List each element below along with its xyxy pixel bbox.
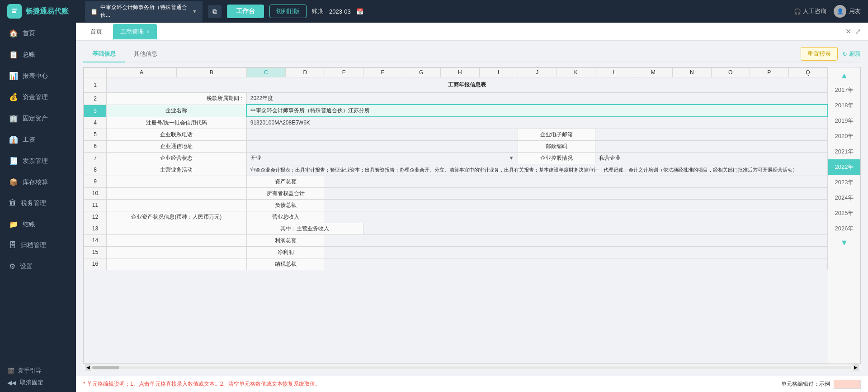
sidebar-item-invoice[interactable]: 🧾 发票管理 <box>0 150 76 172</box>
scroll-right-icon[interactable]: ▶ <box>853 364 859 371</box>
cell-ownership-value[interactable]: 私营企业 <box>595 152 828 164</box>
window-expand-button[interactable]: ⤢ <box>855 27 861 36</box>
page-inner: 基础信息 其他信息 重置报表 ↻ 刷新 <box>76 41 868 376</box>
headset-icon: 🎧 <box>794 8 801 15</box>
cell-total-revenue-value[interactable] <box>325 211 827 223</box>
cell-total-revenue-label: 营业总收入 <box>246 211 325 223</box>
cell-total-tax-label: 纳税总额 <box>246 258 325 270</box>
tab-close-icon[interactable]: × <box>146 29 150 35</box>
cell-company-value[interactable]: 中审众环会计师事务所（特殊普通合伙）江苏分所 <box>246 105 827 117</box>
scroll-left-icon[interactable]: ◀ <box>85 364 91 371</box>
sidebar-item-home[interactable]: 🏠 首页 <box>0 23 76 44</box>
sidebar-item-tax[interactable]: 🏛 税务管理 <box>0 193 76 214</box>
cell-main-rev-group <box>107 223 247 234</box>
workbench-button[interactable]: 工作台 <box>227 5 264 18</box>
user-info[interactable]: 👤 用友 <box>834 5 861 18</box>
support-label: 人工咨询 <box>803 7 826 15</box>
year-item-2021[interactable]: 2021年 <box>828 144 860 159</box>
table-row: 13 其中：主营业务收入 <box>84 223 828 234</box>
cell-email-value[interactable] <box>595 129 828 140</box>
sheet-title-cell[interactable]: 工商年报信息表 <box>107 77 828 93</box>
row-num-9: 9 <box>84 176 107 187</box>
sheet-table: A B C D E F G H I J K L <box>84 67 828 270</box>
refresh-button[interactable]: ↻ 刷新 <box>842 47 861 61</box>
cell-regcode-value[interactable]: 91320100MA208E5W6K <box>246 117 827 129</box>
cell-total-assets-label: 资产总额 <box>246 176 325 187</box>
col-C: C <box>246 68 285 77</box>
sidebar-label-archive: 归档管理 <box>21 241 46 249</box>
year-item-2018[interactable]: 2018年 <box>828 98 860 113</box>
col-K: K <box>557 68 595 77</box>
cell-total-profit-value[interactable] <box>325 234 827 246</box>
sidebar-item-ledger[interactable]: 📋 总账 <box>0 44 76 65</box>
guide-label: 新手引导 <box>18 367 42 375</box>
sheet-container: A B C D E F G H I J K L <box>83 67 861 364</box>
scroll-thumb[interactable] <box>92 366 119 369</box>
sidebar-item-unpin[interactable]: ◀◀ 取消固定 <box>7 378 69 387</box>
cell-phone-value[interactable] <box>246 129 518 140</box>
cell-phone-label: 企业联系电话 <box>107 129 247 140</box>
year-item-2017[interactable]: 2017年 <box>828 82 860 98</box>
year-item-2026[interactable]: 2026年 <box>828 221 860 236</box>
cell-profit-group <box>107 234 247 246</box>
sidebar-label-home: 首页 <box>23 29 35 38</box>
year-item-2023[interactable]: 2023年 <box>828 175 860 190</box>
sub-tab-other[interactable]: 其他信息 <box>125 46 166 62</box>
sidebar-item-guide[interactable]: 🎬 新手引导 <box>7 367 69 375</box>
year-panel-down[interactable]: ▼ <box>828 236 860 249</box>
cell-biz-status-value[interactable]: 开业 ▼ <box>246 152 518 164</box>
refresh-icon: ↻ <box>842 51 847 57</box>
old-version-button[interactable]: 切到旧版 <box>269 5 307 18</box>
finance-icon: 💰 <box>9 93 18 101</box>
year-item-2019[interactable]: 2019年 <box>828 113 860 129</box>
cell-main-rev-label: 其中：主营业务收入 <box>246 223 363 234</box>
sub-tabs-actions: 重置报表 ↻ 刷新 <box>801 47 861 61</box>
col-Q: Q <box>788 68 827 77</box>
cell-net-profit-label: 净利润 <box>246 246 325 258</box>
cell-net-profit-value[interactable] <box>325 246 827 258</box>
sidebar-item-settlement[interactable]: 📁 结账 <box>0 214 76 235</box>
sidebar-item-inventory[interactable]: 📦 库存核算 <box>0 172 76 193</box>
sidebar-item-salary[interactable]: 👔 工资 <box>0 129 76 150</box>
cell-main-rev-value[interactable] <box>363 223 828 234</box>
tab-home[interactable]: 首页 <box>83 24 109 39</box>
year-item-2022[interactable]: 2022年 <box>828 159 860 175</box>
sub-tab-basic[interactable]: 基础信息 <box>83 46 125 62</box>
year-panel-up[interactable]: ▲ <box>828 69 860 82</box>
year-item-2020[interactable]: 2020年 <box>828 129 860 144</box>
cell-postcode-value[interactable] <box>595 140 828 152</box>
col-M: M <box>634 68 673 77</box>
cell-period-value[interactable]: 2022年度 <box>246 93 827 105</box>
sidebar-item-settings[interactable]: ⚙ 设置 <box>0 256 76 277</box>
reset-report-button[interactable]: 重置报表 <box>801 47 838 61</box>
cell-total-equity-value[interactable] <box>325 187 827 199</box>
tab-active[interactable]: 工商管理 × <box>113 24 157 39</box>
sidebar-item-archive[interactable]: 🗄 归档管理 <box>0 235 76 256</box>
sidebar-item-reports[interactable]: 📊 报表中心 <box>0 65 76 86</box>
copy-icon-btn[interactable]: ⧉ <box>208 5 222 18</box>
year-item-2025[interactable]: 2025年 <box>828 206 860 221</box>
cell-total-assets-value[interactable] <box>325 176 827 187</box>
company-selector[interactable]: 📋 中审众环会计师事务所（特殊普通合伙... ▼ <box>85 1 203 22</box>
year-item-2024[interactable]: 2024年 <box>828 190 860 206</box>
cell-address-value[interactable] <box>246 140 518 152</box>
table-scroll-area[interactable]: A B C D E F G H I J K L <box>84 67 828 363</box>
row-num-2: 2 <box>84 93 107 105</box>
horizontal-scrollbar[interactable]: ◀ ▶ <box>83 364 861 370</box>
cell-period-label: 税款所属期间： <box>107 93 247 105</box>
cell-edit-note: * 单元格编辑说明：1、点击单元格直接录入数值或文本。2、清空单元格数值或文本恢… <box>83 380 321 388</box>
sub-tabs: 基础信息 其他信息 重置报表 ↻ 刷新 <box>83 46 861 62</box>
support-button[interactable]: 🎧 人工咨询 <box>794 7 826 15</box>
sidebar-label-settings: 设置 <box>20 263 33 271</box>
cell-total-tax-value[interactable] <box>325 258 827 270</box>
col-A: A <box>107 68 177 77</box>
cell-total-debt-value[interactable] <box>325 199 827 211</box>
cell-total-debt-label: 负债总额 <box>246 199 325 211</box>
cell-biz-status-label: 企业经营状态 <box>107 152 247 164</box>
scroll-track[interactable] <box>92 366 852 369</box>
calendar-icon[interactable]: 📅 <box>356 8 363 15</box>
sidebar-item-finance[interactable]: 💰 资金管理 <box>0 86 76 108</box>
window-close-button[interactable]: ✕ <box>845 27 851 36</box>
sidebar-item-assets[interactable]: 🏢 固定资产 <box>0 108 76 129</box>
cell-main-biz-value[interactable]: 审查企业会计报表；出具审计报告；验证企业资本；出具验资报告；办理企业合开、分立、… <box>246 164 827 176</box>
